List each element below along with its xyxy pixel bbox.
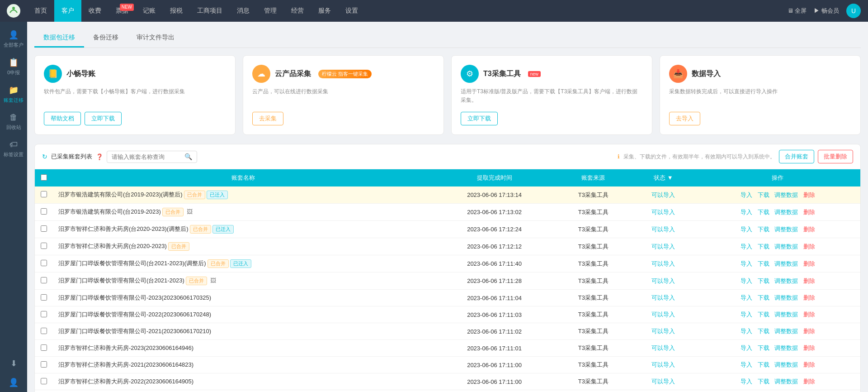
delete-link-4[interactable]: 删除: [803, 260, 815, 267]
import-link-10[interactable]: 导入: [741, 361, 752, 368]
adjust-link-0[interactable]: 调整数据: [774, 191, 798, 198]
merge-accounts-btn[interactable]: 合并账套: [779, 150, 814, 163]
refresh-icon[interactable]: ↻: [42, 153, 47, 160]
delete-link-0[interactable]: 删除: [803, 191, 815, 198]
adjust-link-1[interactable]: 调整数据: [774, 209, 798, 215]
import-link-6[interactable]: 导入: [741, 294, 752, 301]
import-link-5[interactable]: 导入: [741, 277, 752, 284]
nav-fee[interactable]: 收费: [81, 0, 108, 22]
card-header-xiao: 📒 小畅导账: [44, 65, 226, 83]
download-link-11[interactable]: 下载: [758, 378, 769, 385]
sidebar-item-user[interactable]: 👤: [0, 373, 27, 392]
delete-link-9[interactable]: 删除: [803, 344, 815, 351]
search-button[interactable]: 🔍: [184, 153, 192, 160]
col-status[interactable]: 状态 ▼: [632, 169, 695, 186]
row-checkbox-4[interactable]: [41, 260, 47, 266]
row-checkbox-0[interactable]: [41, 191, 47, 197]
fullscreen-btn[interactable]: 🖥 全屏: [788, 7, 807, 15]
download-link-4[interactable]: 下载: [758, 260, 769, 267]
delete-link-1[interactable]: 删除: [803, 209, 815, 215]
import-link-0[interactable]: 导入: [741, 191, 752, 198]
download-link-10[interactable]: 下载: [758, 361, 769, 368]
download-link-2[interactable]: 下载: [758, 226, 769, 233]
adjust-link-7[interactable]: 调整数据: [774, 311, 798, 318]
xiao-download-btn[interactable]: 立即下载: [85, 112, 122, 125]
row-checkbox-5[interactable]: [41, 277, 47, 283]
nav-bookkeeping[interactable]: 记账: [136, 0, 163, 22]
download-link-3[interactable]: 下载: [758, 243, 769, 250]
xiao-help-btn[interactable]: 帮助文档: [44, 112, 81, 125]
download-link-8[interactable]: 下载: [758, 328, 769, 335]
import-link-8[interactable]: 导入: [741, 328, 752, 335]
adjust-link-8[interactable]: 调整数据: [774, 328, 798, 335]
delete-link-7[interactable]: 删除: [803, 311, 815, 318]
sidebar-item-account-migration[interactable]: 📁 账套迁移: [0, 81, 27, 108]
nav-operation[interactable]: 经营: [284, 0, 311, 22]
download-link-6[interactable]: 下载: [758, 294, 769, 301]
adjust-link-9[interactable]: 调整数据: [774, 344, 798, 351]
adjust-link-6[interactable]: 调整数据: [774, 294, 798, 301]
batch-delete-btn[interactable]: 批量删除: [818, 150, 853, 163]
delete-link-8[interactable]: 删除: [803, 328, 815, 335]
member-btn[interactable]: ▶ 畅会员: [814, 7, 839, 15]
row-checkbox-8[interactable]: [41, 328, 47, 334]
sidebar-item-recycle[interactable]: 🗑 回收站: [0, 108, 27, 135]
row-checkbox-2[interactable]: [41, 225, 47, 232]
download-link-0[interactable]: 下载: [758, 191, 769, 198]
download-link-9[interactable]: 下载: [758, 344, 769, 351]
nav-home[interactable]: 首页: [27, 0, 54, 22]
tab-audit-export[interactable]: 审计文件导出: [127, 29, 184, 48]
tab-data-migration[interactable]: 数据包迁移: [34, 29, 84, 48]
adjust-link-2[interactable]: 调整数据: [774, 226, 798, 233]
import-link-3[interactable]: 导入: [741, 243, 752, 250]
delete-link-2[interactable]: 删除: [803, 226, 815, 233]
import-link-9[interactable]: 导入: [741, 344, 752, 351]
row-checkbox-1[interactable]: [41, 208, 47, 215]
sidebar-item-download[interactable]: ⬇: [0, 354, 27, 373]
download-link-7[interactable]: 下载: [758, 311, 769, 318]
yun-collect-btn[interactable]: 去采集: [252, 112, 283, 125]
adjust-link-5[interactable]: 调整数据: [774, 277, 798, 284]
import-goto-btn[interactable]: 去导入: [669, 112, 700, 125]
help-icon[interactable]: ❓: [96, 153, 103, 160]
adjust-link-11[interactable]: 调整数据: [774, 378, 798, 385]
row-checkbox-10[interactable]: [41, 361, 47, 368]
row-checkbox-6[interactable]: [41, 294, 47, 301]
sidebar-item-all-customers[interactable]: 👤 全部客户: [0, 25, 27, 53]
tab-backup-migration[interactable]: 备份迁移: [84, 29, 127, 48]
nav-tax[interactable]: 报税: [163, 0, 190, 22]
row-checkbox-11[interactable]: [41, 378, 47, 384]
search-input[interactable]: [107, 151, 197, 163]
nav-message[interactable]: 消息: [230, 0, 257, 22]
delete-link-11[interactable]: 删除: [803, 378, 815, 385]
row-checkbox-7[interactable]: [41, 311, 47, 317]
download-link-1[interactable]: 下载: [758, 209, 769, 215]
adjust-link-3[interactable]: 调整数据: [774, 243, 798, 250]
import-link-4[interactable]: 导入: [741, 260, 752, 267]
import-link-7[interactable]: 导入: [741, 311, 752, 318]
adjust-link-4[interactable]: 调整数据: [774, 260, 798, 267]
nav-invoice[interactable]: 票据 NEW: [108, 0, 136, 22]
logo[interactable]: [0, 0, 27, 22]
sidebar-item-zero-report[interactable]: 📋 0申报: [0, 53, 27, 81]
t3-download-btn[interactable]: 立即下载: [461, 112, 498, 125]
delete-link-6[interactable]: 删除: [803, 294, 815, 301]
nav-manage[interactable]: 管理: [257, 0, 284, 22]
import-link-11[interactable]: 导入: [741, 378, 752, 385]
import-link-2[interactable]: 导入: [741, 226, 752, 233]
nav-service[interactable]: 服务: [311, 0, 338, 22]
download-link-5[interactable]: 下载: [758, 277, 769, 284]
select-all-checkbox[interactable]: [41, 174, 47, 181]
delete-link-5[interactable]: 删除: [803, 277, 815, 284]
avatar[interactable]: U: [846, 4, 861, 18]
row-checkbox-3[interactable]: [41, 243, 47, 249]
delete-link-10[interactable]: 删除: [803, 361, 815, 368]
import-link-1[interactable]: 导入: [741, 209, 752, 215]
nav-business[interactable]: 工商项目: [190, 0, 230, 22]
nav-customer[interactable]: 客户: [54, 0, 81, 22]
delete-link-3[interactable]: 删除: [803, 243, 815, 250]
nav-settings[interactable]: 设置: [338, 0, 365, 22]
sidebar-item-tag-settings[interactable]: 🏷 标签设置: [0, 135, 27, 163]
row-checkbox-9[interactable]: [41, 344, 47, 351]
adjust-link-10[interactable]: 调整数据: [774, 361, 798, 368]
